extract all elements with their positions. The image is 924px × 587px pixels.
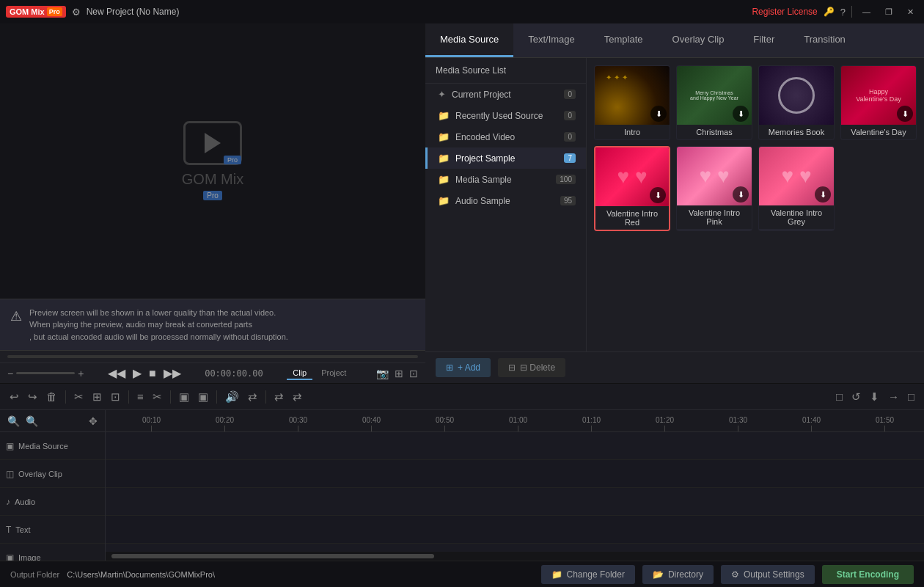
image2-icon[interactable]: ▣	[196, 388, 210, 406]
download-val-red-btn[interactable]: ⬇	[650, 187, 666, 203]
restore-button[interactable]: ❐	[881, 6, 897, 18]
group-icon[interactable]: ⊞	[90, 388, 104, 406]
directory-button[interactable]: 📂 Directory	[642, 565, 714, 584]
split-icon[interactable]: ✂	[72, 388, 86, 406]
sidebar-item-encoded-video[interactable]: 📁 Encoded Video 0	[425, 126, 586, 147]
folder-icon-4: 📁	[438, 174, 450, 185]
change-folder-button[interactable]: 📁 Change Folder	[541, 565, 635, 584]
tab-template[interactable]: Template	[590, 23, 658, 57]
close-button[interactable]: ✕	[903, 6, 918, 18]
zoom-controls: 🔍 🔍 ✥ ▣ Media Source ◫ Overlay Clip ♪	[0, 410, 106, 561]
ungroup-icon[interactable]: ⊡	[109, 388, 122, 406]
directory-label: Directory	[668, 569, 703, 580]
template-card-valentines[interactable]: HappyValentine's Day ⬇ Valentine's Day	[840, 65, 917, 140]
tab-overlay-clip[interactable]: Overlay Clip	[658, 23, 739, 57]
zoom-out-icon[interactable]: 🔍	[7, 415, 20, 427]
cut-icon[interactable]: ✂	[150, 388, 164, 406]
track-row-image[interactable]	[106, 544, 924, 552]
template-card-val-grey[interactable]: ♥ ♥ ⬇ Valentine Intro Grey	[758, 146, 835, 231]
track-name-media: Media Source	[18, 442, 68, 451]
playback-buttons: ◀◀ ▶ ■ ▶▶	[108, 366, 181, 380]
warning-text: Preview screen will be shown in a lower …	[29, 307, 288, 343]
volume-plus[interactable]: +	[78, 368, 84, 379]
refresh-icon[interactable]: ↺	[849, 388, 863, 406]
new-timeline-icon[interactable]: □	[834, 388, 845, 406]
image-icon[interactable]: ▣	[177, 388, 191, 406]
preview-progress[interactable]	[0, 350, 425, 362]
move-icon[interactable]: ✥	[89, 415, 98, 427]
track-row-audio[interactable]	[106, 488, 924, 516]
delete-button[interactable]: ⊟ ⊟ Delete	[498, 358, 565, 377]
output-settings-label: Output Settings	[744, 569, 804, 580]
timeline-ruler[interactable]: 00:10 00:20 00:30 00:40	[106, 410, 924, 432]
crop-icon[interactable]: ⊡	[409, 368, 418, 379]
tab-media-source[interactable]: Media Source	[425, 23, 513, 57]
prev-button[interactable]: ◀◀	[108, 366, 125, 380]
align-left-icon[interactable]: ≡	[135, 388, 146, 405]
sidebar-item-current-project[interactable]: ✦ Current Project 0	[425, 84, 586, 105]
download-christmas-btn[interactable]: ⬇	[733, 106, 749, 122]
undo-icon[interactable]: ↩	[7, 388, 21, 406]
track-row-text[interactable]	[106, 516, 924, 544]
toolbar-sep-5	[265, 390, 266, 404]
tab-transition[interactable]: Transition	[789, 23, 860, 57]
download-val-grey-btn[interactable]: ⬇	[815, 186, 831, 203]
swap-icon[interactable]: ⇄	[246, 388, 260, 406]
timeline-scrollbar[interactable]	[106, 552, 924, 561]
screenshot-icon[interactable]: 📷	[376, 368, 389, 379]
next-button[interactable]: ▶▶	[164, 366, 181, 380]
sidebar-item-audio-sample[interactable]: 📁 Audio Sample 95	[425, 190, 586, 211]
volume-bar[interactable]	[16, 372, 75, 374]
tab-text-image[interactable]: Text/Image	[513, 23, 590, 57]
import-icon[interactable]: ⬇	[868, 388, 881, 406]
play-button[interactable]: ▶	[133, 366, 142, 380]
sidebar-header: Media Source List	[425, 58, 586, 84]
upper-section: Pro GOM Mix Pro ⚠ Preview screen will be…	[0, 23, 924, 383]
export-icon[interactable]: →	[886, 388, 901, 406]
toolbar-sep-2	[128, 390, 129, 404]
settings-icon[interactable]: ⚙	[72, 7, 81, 18]
volume-icon[interactable]: 🔊	[223, 388, 241, 406]
panel-content: Media Source List ✦ Current Project 0 📁 …	[425, 58, 924, 351]
progress-bar[interactable]	[7, 355, 418, 358]
sidebar-item-project-sample[interactable]: 📁 Project Sample 7	[425, 147, 586, 169]
add-button[interactable]: ⊞ + Add	[436, 358, 491, 377]
download-intro-btn[interactable]: ⬇	[650, 106, 667, 122]
output-settings-button[interactable]: ⚙ Output Settings	[721, 565, 815, 584]
scroll-thumb[interactable]	[111, 554, 434, 558]
change-folder-icon: 📁	[551, 569, 562, 580]
preview-icons: 📷 ⊞ ⊡	[376, 368, 418, 379]
template-thumb-christmas: Merry Christmasand Happy New Year ⬇	[677, 66, 752, 125]
unlink-icon[interactable]: ⇄	[290, 388, 304, 406]
link-icon[interactable]: ⇄	[272, 388, 286, 406]
template-card-christmas[interactable]: Merry Christmasand Happy New Year ⬇ Chri…	[676, 65, 752, 140]
register-link[interactable]: Register License	[752, 7, 817, 17]
download-val-pink-btn[interactable]: ⬇	[733, 186, 749, 203]
template-thumb-valentines: HappyValentine's Day ⬇	[841, 66, 916, 125]
track-name-text: Text	[15, 525, 30, 534]
template-card-intro[interactable]: ✦ ✦ ✦ ⬇ Intro	[594, 65, 670, 140]
clip-tab[interactable]: Clip	[287, 367, 312, 380]
track-row-media[interactable]	[106, 432, 924, 460]
download-valentines-btn[interactable]: ⬇	[897, 106, 913, 122]
trim-icon[interactable]: ⊞	[395, 368, 403, 379]
track-row-overlay[interactable]	[106, 460, 924, 488]
template-card-val-pink[interactable]: ♥ ♥ ⬇ Valentine Intro Pink	[676, 146, 752, 231]
toolbar-right: □ ↺ ⬇ → □	[834, 388, 917, 406]
template-card-val-red[interactable]: ♥ ♥ ⬇ Valentine Intro Red	[594, 146, 670, 231]
redo-icon[interactable]: ↪	[26, 388, 40, 406]
delete-clip-icon[interactable]: 🗑	[44, 388, 59, 405]
sidebar-item-recently-used[interactable]: 📁 Recently Used Source 0	[425, 105, 586, 126]
zoom-in-icon[interactable]: 🔍	[26, 415, 38, 427]
start-encoding-button[interactable]: Start Encoding	[822, 565, 914, 584]
tab-filter[interactable]: Filter	[738, 23, 789, 57]
project-tab[interactable]: Project	[315, 367, 352, 380]
track-icon-image: ▣	[6, 553, 14, 561]
volume-minus[interactable]: −	[7, 368, 13, 379]
sidebar-item-media-sample[interactable]: 📁 Media Sample 100	[425, 169, 586, 190]
stop-button[interactable]: ■	[149, 367, 156, 380]
settings-tl-icon[interactable]: □	[906, 388, 917, 406]
template-card-memories[interactable]: Memories Book	[758, 65, 835, 140]
help-icon[interactable]: ?	[840, 7, 846, 18]
minimize-button[interactable]: —	[858, 6, 875, 18]
